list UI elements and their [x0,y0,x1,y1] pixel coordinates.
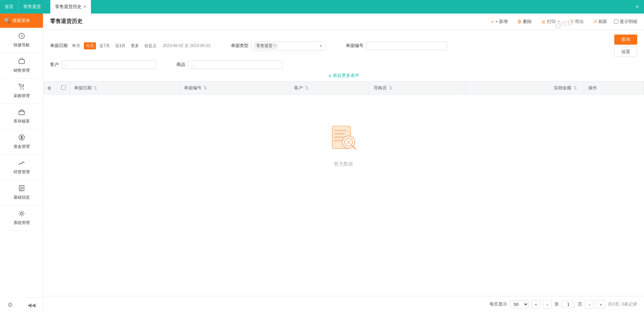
print-button[interactable]: 🖨 打印 ▼ [539,17,563,26]
settings-button[interactable]: 设置 [614,47,637,57]
th-date[interactable]: 单据日期 ⇅ [70,82,180,95]
tab-retail-return-history[interactable]: 零售退货历史 × [50,0,91,14]
date-shortcut-1month[interactable]: 近1月 [113,42,128,49]
refresh-icon: ↺ [593,19,597,24]
sidebar-item-finance-label: 资金管理 [14,144,30,150]
next-page-button[interactable]: › [585,300,594,309]
content-area: 零售退货历史 + + 新增 🗑 删除 🖨 打印 ▼ ⇪ 导出 [43,14,644,312]
date-shortcut-yesterday[interactable]: 昨天 [70,42,82,49]
tab-retail-return[interactable]: 零售退货 × [19,0,50,14]
sidebar-item-finance[interactable]: 资金管理 [0,129,43,155]
th-settings[interactable]: ⚙ [43,82,57,95]
table-header-row: ⚙ 单据日期 ⇅ 单据编号 ⇅ [43,82,644,95]
inventory-icon [18,109,25,117]
th-date-label: 单据日期 [74,85,92,90]
system-icon [18,210,25,219]
page-title: 零售退货历史 [50,18,82,25]
sidebar-item-operations[interactable]: 经营管理 [0,155,43,180]
th-number-label: 单据编号 [184,85,201,90]
th-checkbox[interactable] [57,82,70,95]
per-page-label: 每页显示 [490,301,507,307]
goods-input[interactable]: ... [188,60,283,69]
sidebar-item-basic-info-label: 基础信息 [14,195,30,200]
empty-text: 暂无数据 [334,161,353,167]
customer-ellipsis: ... [65,62,69,67]
collapse-label: 收起更多条件 [333,72,359,79]
query-button[interactable]: 查询 [614,35,637,45]
export-button[interactable]: ⇪ 导出 [567,17,587,26]
tab-retail-return-close[interactable]: × [43,4,45,9]
date-shortcut-custom[interactable]: 自定义 [142,42,159,49]
svg-rect-9 [334,130,347,131]
date-shortcut-more[interactable]: 更多 [129,42,141,49]
type-label: 单据类型 [231,43,248,49]
sidebar-item-purchase-mgmt[interactable]: 采购管理 [0,79,43,104]
date-shortcut-7days[interactable]: 近7天 [97,42,112,49]
select-all-checkbox[interactable] [61,85,66,90]
quick-nav-icon [18,32,25,41]
collapse-up-icon: ∧ [328,73,332,78]
print-icon: 🖨 [541,19,546,24]
tab-retail-return-history-close[interactable]: × [84,4,86,9]
sidebar-mute-btn[interactable]: ◀◀ [27,302,35,308]
goods-ellipsis: ... [191,62,195,67]
th-number-sort-icon: ⇅ [204,85,207,90]
svg-rect-10 [334,133,345,134]
sidebar-search[interactable]: 🔍 搜索菜单 [0,14,43,28]
svg-point-2 [20,89,21,90]
th-guide[interactable]: 导购员 ⇅ [369,82,464,95]
last-page-button[interactable]: » [596,300,605,309]
svg-point-7 [21,213,23,215]
th-actions: 操作 [584,82,644,95]
type-select[interactable]: 零售退货 × ∨ [251,41,326,50]
basic-info-icon [18,185,25,193]
delete-button[interactable]: 🗑 删除 [515,17,534,26]
th-customer[interactable]: 客户 ⇅ [290,82,369,95]
sidebar-item-basic-info[interactable]: 基础信息 [0,180,43,205]
page-number-input[interactable] [562,301,575,308]
main-layout: 🔍 搜索菜单 快捷导航 销售管理 采购管理 库存核算 [0,14,644,312]
number-input[interactable] [366,42,447,50]
display-detail-toggle: 显示明细 [614,19,637,25]
print-dropdown-icon: ▼ [557,20,560,23]
tab-home[interactable]: 首页 [0,0,19,14]
number-label: 单据编号 [346,43,363,49]
type-filter: 单据类型 零售退货 × ∨ [231,41,326,50]
filter-row-2: 客户 ... 商品 ... [50,60,637,69]
th-number[interactable]: 单据编号 ⇅ [180,82,290,95]
display-detail-checkbox[interactable] [614,19,618,24]
first-page-button[interactable]: « [531,300,540,309]
date-shortcut-today[interactable]: 今天 [84,42,96,49]
type-tag-close[interactable]: × [274,44,276,48]
svg-rect-4 [19,111,24,115]
empty-state: 暂无数据 [43,95,644,194]
sidebar-item-quick-nav[interactable]: 快捷导航 [0,28,43,53]
page-input-suffix: 页 [578,301,582,307]
sidebar: 🔍 搜索菜单 快捷导航 销售管理 采购管理 库存核算 [0,14,43,312]
add-button[interactable]: + + 新增 [488,17,510,26]
svg-rect-12 [334,140,343,141]
collapse-button[interactable]: ∧ 收起更多条件 [328,72,359,79]
customer-input[interactable]: ... [62,60,156,69]
filter-actions: 查询 设置 [614,35,637,57]
column-settings-icon[interactable]: ⚙ [47,86,51,91]
sidebar-item-system[interactable]: 系统管理 [0,205,43,231]
delete-icon: 🗑 [517,19,522,24]
sidebar-settings-btn[interactable]: ⚙ [7,301,13,309]
page-input-prefix: 第 [554,301,559,307]
goods-label: 商品 [176,62,185,68]
filter-row-1: 单据日期 昨天 今天 近7天 近1月 更多 自定义 2023-06-02 至 2… [50,35,637,57]
sidebar-item-sales-mgmt[interactable]: 销售管理 [0,53,43,79]
refresh-button[interactable]: ↺ 刷新 [591,17,610,26]
sidebar-item-inventory[interactable]: 库存核算 [0,104,43,129]
table-area: ⚙ 单据日期 ⇅ 单据编号 ⇅ [43,82,644,296]
window-close-button[interactable]: × [630,0,644,14]
th-customer-label: 客户 [294,85,303,90]
tab-retail-return-history-label: 零售退货历史 [55,4,81,10]
prev-page-button[interactable]: ‹ [543,300,552,309]
th-amount-label: 实销金额 [554,85,571,90]
per-page-select[interactable]: 50 100 200 [510,300,529,308]
page-header: 零售退货历史 + + 新增 🗑 删除 🖨 打印 ▼ ⇪ 导出 [43,14,644,30]
sidebar-search-label: 搜索菜单 [13,18,30,24]
th-amount[interactable]: 实销金额 ⇅ [464,82,584,95]
